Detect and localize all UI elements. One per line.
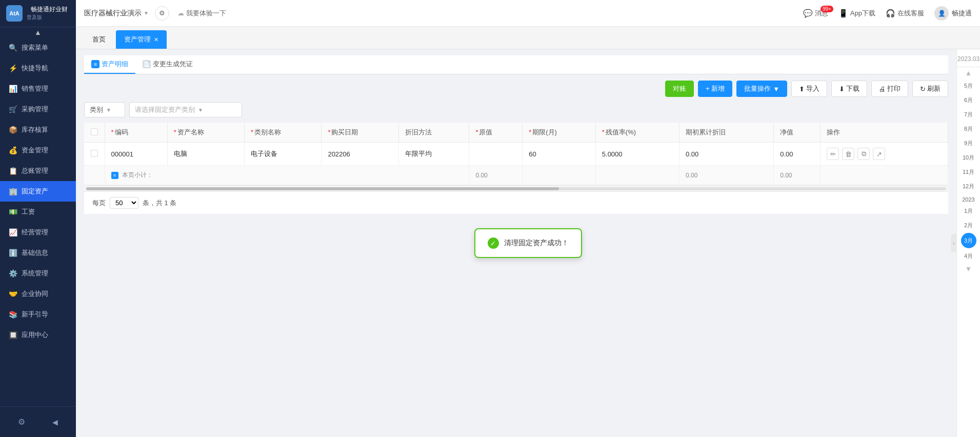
td-initial-depreciation: 0.00 (679, 143, 774, 166)
guide-icon: 📚 (8, 310, 17, 319)
panel-scroll-up-btn[interactable]: ▲ (964, 67, 974, 78)
category-select-arrow-icon: ▼ (106, 107, 111, 113)
scroll-track[interactable] (86, 187, 946, 190)
td-category: 电子设备 (245, 143, 322, 166)
sub-tab-change-voucher[interactable]: 📄 变更生成凭证 (135, 55, 200, 74)
sub-tab-change-voucher-label: 变更生成凭证 (153, 59, 193, 69)
copy-btn[interactable]: ⧉ (857, 148, 870, 160)
sidebar-item-label: 应用中心 (22, 330, 48, 340)
right-panel: › 2023.03 ▲ 5月 6月 7月 8月 9月 10月 11月 12月 2… (956, 49, 980, 437)
refresh-icon: ↻ (920, 85, 926, 93)
right-panel-collapse-btn[interactable]: › (951, 234, 957, 252)
td-actions: ✏ 🗑 ⧉ ↗ (821, 143, 948, 166)
horizontal-scrollbar[interactable] (84, 185, 948, 191)
reconcile-button[interactable]: 对账 (665, 81, 694, 97)
sidebar-item-basic-info[interactable]: ℹ️ 基础信息 (0, 243, 76, 263)
edit-btn[interactable]: ✏ (827, 148, 839, 160)
sub-tab-asset-detail[interactable]: ≡ 资产明细 (84, 55, 135, 74)
th-depreciation-method: 折旧方法 (398, 123, 469, 143)
month-item-4[interactable]: 4月 (959, 249, 978, 263)
month-item-6[interactable]: 6月 (959, 93, 978, 107)
category-select[interactable]: 类别 ▼ (84, 102, 125, 117)
change-voucher-tab-icon: 📄 (143, 60, 151, 68)
batch-dropdown-arrow-icon: ▼ (773, 85, 779, 93)
company-dropdown-arrow-icon: ▼ (144, 10, 149, 16)
panel-scroll-down-btn[interactable]: ▼ (964, 263, 974, 274)
sidebar-item-inventory[interactable]: 📦 库存核算 (0, 120, 76, 140)
month-item-2[interactable]: 2月 (959, 218, 978, 232)
sidebar-item-quick-nav[interactable]: ⚡ 快捷导航 (0, 58, 76, 78)
scroll-up-icon[interactable]: ▲ (33, 27, 43, 38)
sidebar-item-guide[interactable]: 📚 新手引导 (0, 304, 76, 325)
month-item-10[interactable]: 10月 (959, 151, 978, 164)
sidebar-item-finance[interactable]: 💰 资金管理 (0, 140, 76, 161)
refresh-button[interactable]: ↻ 刷新 (912, 81, 948, 97)
sidebar-item-system[interactable]: ⚙️ 系统管理 (0, 263, 76, 284)
sidebar-item-label: 基础信息 (22, 248, 48, 257)
sidebar-item-purchase[interactable]: 🛒 采购管理 (0, 99, 76, 120)
sidebar-item-label: 资金管理 (22, 146, 48, 155)
category-input-arrow-icon: ▼ (198, 107, 203, 113)
month-item-5[interactable]: 5月 (959, 79, 978, 92)
sidebar-scroll-up[interactable]: ▲ (0, 27, 76, 37)
batch-button[interactable]: 批量操作 ▼ (736, 81, 787, 97)
user-profile[interactable]: 👤 畅捷通 (934, 6, 972, 21)
header-checkbox[interactable] (91, 128, 98, 135)
batch-label: 批量操作 (744, 84, 771, 93)
topbar-settings-btn[interactable]: ⚙ (155, 6, 169, 21)
toolbar: 对账 + 新增 批量操作 ▼ ⬆ 导入 ⬇ 下载 🖨 (84, 81, 948, 97)
tab-asset-management[interactable]: 资产管理 ✕ (116, 30, 167, 49)
sidebar-item-ledger[interactable]: 📋 总账管理 (0, 161, 76, 181)
settings-icon: ⚙ (159, 9, 165, 17)
sidebar-item-label: 快捷导航 (22, 64, 48, 73)
sidebar-item-label: 库存核算 (22, 125, 48, 134)
month-item-1[interactable]: 1月 (959, 204, 978, 217)
logo-icon: AtA (6, 5, 23, 22)
subtotal-actions (821, 166, 948, 185)
per-page-select[interactable]: 50 10 20 100 (110, 197, 138, 209)
download-button[interactable]: ⬇ 下载 (831, 81, 867, 97)
sidebar-item-fixed-assets[interactable]: 🏢 固定资产 (0, 181, 76, 202)
month-item-9[interactable]: 9月 (959, 136, 978, 150)
company-dropdown[interactable]: 医疗器械行业演示 ▼ (84, 9, 149, 18)
sidebar-item-sales[interactable]: 📊 销售管理 (0, 78, 76, 99)
th-period: *期限(月) (523, 123, 596, 143)
table-header-row: *编码 *资产名称 *类别名称 *购买日期 折旧方法 *原值 *期限(月) *残… (84, 123, 948, 143)
td-residual-rate: 5.0000 (595, 143, 679, 166)
month-item-3-current[interactable]: 3月 (961, 233, 976, 248)
category-input[interactable]: 请选择固定资产类别 ▼ (129, 102, 242, 117)
sidebar-item-search[interactable]: 🔍 搜索菜单 (0, 37, 76, 58)
th-residual-rate: *残值率(%) (595, 123, 679, 143)
right-panel-year-month: 2023.03 (957, 53, 980, 67)
customer-service-action[interactable]: 🎧 在线客服 (886, 9, 924, 18)
subtotal-row: ≡ 本页小计： 0.00 0.00 0.00 (84, 166, 948, 185)
sidebar-collapse-btn[interactable]: ◀ (44, 413, 66, 431)
more-btn[interactable]: ↗ (873, 148, 885, 160)
download-icon: ⬇ (839, 85, 845, 93)
month-item-8[interactable]: 8月 (959, 122, 978, 135)
try-experience-btn[interactable]: ☁ 我要体验一下 (177, 9, 226, 18)
tab-close-icon[interactable]: ✕ (154, 36, 158, 43)
import-button[interactable]: ⬆ 导入 (791, 81, 827, 97)
search-icon: 🔍 (8, 43, 17, 52)
delete-btn[interactable]: 🗑 (842, 148, 854, 160)
app-download-action[interactable]: 📱 App下载 (838, 9, 875, 18)
scroll-thumb[interactable] (86, 187, 559, 190)
month-item-7[interactable]: 7月 (959, 108, 978, 121)
print-icon: 🖨 (879, 85, 886, 93)
sidebar-item-payroll[interactable]: 💵 工资 (0, 202, 76, 222)
subtotal-initial-depreciation: 0.00 (679, 166, 774, 185)
sidebar-item-cooperation[interactable]: 🤝 企业协同 (0, 284, 76, 304)
sidebar-settings-btn[interactable]: ⚙ (10, 413, 33, 431)
sidebar-item-operations[interactable]: 📈 经营管理 (0, 222, 76, 243)
month-item-11[interactable]: 11月 (959, 165, 978, 178)
new-button[interactable]: + 新增 (698, 81, 732, 97)
sidebar-item-app-center[interactable]: 🔲 应用中心 (0, 325, 76, 345)
th-category: *类别名称 (245, 123, 322, 143)
month-item-12[interactable]: 12月 (959, 180, 978, 193)
print-button[interactable]: 🖨 打印 (871, 81, 908, 97)
tab-home[interactable]: 首页 (84, 30, 114, 49)
message-action[interactable]: 💬 消息 99+ (803, 9, 828, 18)
print-label: 打印 (887, 84, 901, 93)
row-checkbox[interactable] (91, 150, 98, 157)
